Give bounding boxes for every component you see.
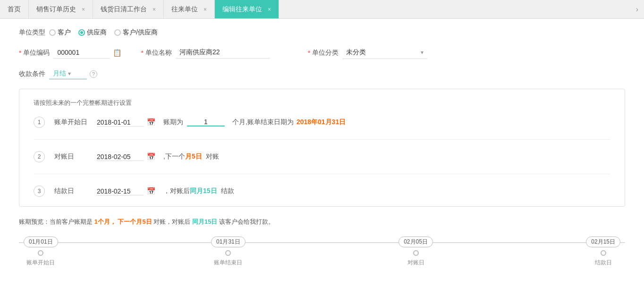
timeline-dot-1: [38, 250, 43, 256]
timeline-dot-4: [601, 250, 606, 256]
unit-code-field: * 单位编码 📋: [19, 47, 122, 59]
unit-name-label: 单位名称: [145, 49, 172, 57]
preview-label: 账期预览：当前客户账期是: [19, 218, 93, 225]
row-number-1: 1: [34, 117, 45, 128]
collect-condition-field: 收款条件 月结 ▾ ?: [19, 68, 97, 79]
payment-same-month-highlight: 同月15日: [190, 187, 217, 195]
unit-category-field: * 单位分类 未分类 ▾: [308, 46, 427, 59]
row-start-date: 1 账单开始日 📅 账期为 个月,账单结束日期为 2018年01月31日: [34, 117, 610, 140]
section-title: 请按照未来的一个完整帐期进行设置: [34, 99, 610, 107]
unit-category-chevron: ▾: [421, 49, 424, 56]
unit-code-input[interactable]: [53, 47, 110, 59]
row-number-2: 2: [34, 151, 45, 162]
row-reconcile-date: 2 对账日 📅 ,下一个 月5日 对账: [34, 151, 610, 174]
row-number-3: 3: [34, 186, 45, 197]
payment-date-input[interactable]: [97, 187, 144, 195]
timeline-node-4: 02月15日 结款日: [586, 236, 620, 267]
tab-close-cash-work[interactable]: ×: [153, 6, 156, 13]
row-payment-date: 3 结款日 📅 ，对账后 同月15日 结款: [34, 186, 610, 197]
period-settings-section: 请按照未来的一个完整帐期进行设置 1 账单开始日 📅 账期为 个月,账单结束日期…: [19, 89, 625, 207]
radio-both-label: 客户/供应商: [123, 28, 158, 37]
row1-prefix: 账期为: [163, 118, 183, 127]
row-label-payment: 结款日: [54, 187, 87, 195]
unit-code-star: *: [19, 49, 21, 57]
timeline-date-2: 01月31日: [211, 236, 246, 247]
collect-condition-value: 月结: [53, 69, 66, 78]
collect-condition-row: 收款条件 月结 ▾ ?: [19, 68, 625, 79]
radio-customer-circle: [49, 29, 56, 36]
timeline-date-4: 02月15日: [586, 236, 620, 247]
timeline-node-1: 01月01日 账单开始日: [24, 236, 58, 267]
timeline: 01月01日 账单开始日 01月31日 账单结束日 02月05日 对账日 02月…: [19, 236, 625, 267]
preview-months: 1个月，: [94, 218, 116, 225]
timeline-dot-2: [225, 250, 231, 256]
collect-condition-chevron: ▾: [68, 70, 71, 77]
collect-condition-label: 收款条件: [19, 70, 45, 78]
timeline-label-4: 结款日: [595, 259, 612, 267]
tab-close-sales-history[interactable]: ×: [82, 6, 85, 13]
timeline-dot-3: [413, 250, 419, 256]
unit-code-label: 单位编码: [23, 49, 50, 57]
start-date-input[interactable]: [97, 118, 144, 127]
radio-supplier[interactable]: 供应商: [78, 28, 107, 37]
unit-category-value: 未分类: [346, 48, 419, 57]
unit-name-star: *: [141, 49, 143, 57]
reconcile-date-input[interactable]: [97, 153, 144, 161]
tab-expand-button[interactable]: ›: [630, 0, 644, 18]
radio-customer-label: 客户: [58, 28, 71, 37]
unit-code-copy-icon[interactable]: 📋: [113, 49, 122, 57]
timeline-label-3: 对账日: [407, 259, 424, 267]
preview-mid: 对账，对账后: [153, 218, 190, 225]
timeline-label-2: 账单结束日: [214, 259, 242, 267]
unit-type-radio-group: 客户 供应商 客户/供应商: [49, 28, 158, 37]
row1-month: 个月,账单结束日期为: [232, 118, 294, 127]
unit-category-label: 单位分类: [312, 49, 339, 57]
row-label-reconcile: 对账日: [54, 152, 87, 161]
row3-suffix: 结款: [221, 187, 234, 195]
radio-customer[interactable]: 客户: [49, 28, 71, 37]
tab-sales-history[interactable]: 销售订单历史 ×: [29, 0, 93, 18]
row2-prefix: ,下一个: [163, 152, 185, 161]
main-content: 单位类型 客户 供应商 客户/供应商 * 单位编码: [0, 19, 644, 287]
timeline-date-1: 01月01日: [24, 236, 58, 247]
row-label-start: 账单开始日: [54, 118, 87, 127]
help-icon[interactable]: ?: [90, 70, 97, 78]
radio-supplier-circle: [78, 29, 85, 36]
timeline-node-2: 01月31日 账单结束日: [211, 236, 246, 267]
timeline-date-3: 02月05日: [398, 236, 433, 247]
end-date-highlight: 2018年01月31日: [297, 118, 346, 127]
preview-reconcile-day: 下一个月5日: [118, 218, 152, 225]
timeline-label-1: 账单开始日: [26, 259, 55, 267]
tab-home[interactable]: 首页: [0, 0, 29, 18]
payment-date-cal-icon[interactable]: 📅: [147, 187, 156, 195]
row2-suffix: 对账: [206, 152, 219, 161]
tab-close-edit-partner[interactable]: ×: [268, 6, 271, 13]
timeline-node-3: 02月05日 对账日: [398, 236, 433, 267]
tab-edit-partner[interactable]: 编辑往来单位 ×: [215, 0, 279, 18]
row3-prefix: ，对账后: [163, 187, 190, 195]
unit-type-row: 单位类型 客户 供应商 客户/供应商: [19, 28, 625, 37]
reconcile-next-highlight: 月5日: [185, 152, 202, 161]
radio-both[interactable]: 客户/供应商: [114, 28, 158, 37]
collect-condition-select[interactable]: 月结 ▾: [49, 68, 87, 79]
unit-type-field: 单位类型 客户 供应商 客户/供应商: [19, 28, 158, 37]
timeline-nodes: 01月01日 账单开始日 01月31日 账单结束日 02月05日 对账日 02月…: [24, 236, 620, 267]
tabs-bar: 首页 销售订单历史 × 钱货日清工作台 × 往来单位 × 编辑往来单位 × ›: [0, 0, 644, 19]
unit-category-star: *: [308, 49, 310, 57]
preview-bar: 账期预览：当前客户账期是 1个月， 下一个月5日 对账，对账后 同月15日 该客…: [19, 216, 625, 227]
unit-category-select[interactable]: 未分类 ▾: [342, 46, 427, 59]
tab-partner[interactable]: 往来单位 ×: [164, 0, 215, 18]
reconcile-date-cal-icon[interactable]: 📅: [147, 152, 156, 161]
tab-close-partner[interactable]: ×: [203, 6, 207, 13]
unit-name-field: * 单位名称: [141, 47, 270, 59]
start-date-cal-icon[interactable]: 📅: [147, 118, 156, 127]
preview-suffix: 该客户会给我打款。: [219, 218, 274, 225]
radio-supplier-label: 供应商: [87, 28, 107, 37]
tab-cash-work[interactable]: 钱货日清工作台 ×: [93, 0, 164, 18]
unit-name-input[interactable]: [176, 47, 270, 59]
radio-both-circle: [114, 29, 121, 36]
unit-type-label: 单位类型: [19, 28, 45, 37]
period-input[interactable]: [187, 118, 225, 127]
unit-info-row: * 单位编码 📋 * 单位名称 * 单位分类 未分类 ▾: [19, 46, 625, 59]
preview-payment-day: 同月15日: [192, 218, 217, 225]
